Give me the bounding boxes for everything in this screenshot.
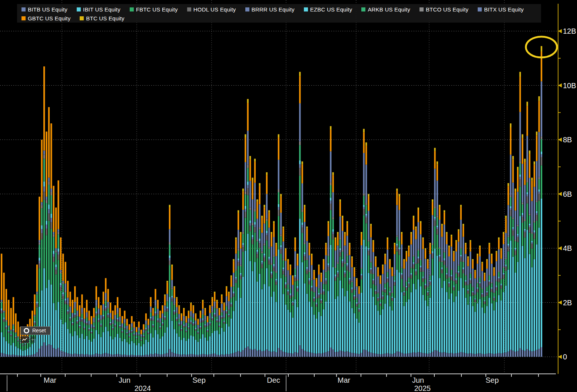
volume-bar[interactable] [375, 256, 377, 357]
volume-bar[interactable] [268, 210, 270, 357]
volume-bar[interactable] [79, 305, 80, 357]
line-chart-tool-icon[interactable] [20, 336, 29, 343]
volume-bar[interactable] [377, 267, 379, 357]
volume-bar[interactable] [368, 194, 369, 357]
volume-bar[interactable] [354, 267, 355, 357]
volume-bar[interactable] [384, 254, 386, 357]
reset-button[interactable]: Reset [20, 326, 51, 335]
volume-bar[interactable] [427, 259, 428, 357]
volume-bar[interactable] [529, 150, 530, 357]
volume-bar[interactable] [434, 148, 435, 357]
volume-bar[interactable] [96, 286, 97, 357]
volume-bar[interactable] [247, 99, 249, 357]
volume-bar[interactable] [372, 240, 374, 357]
volume-bar[interactable] [181, 313, 182, 357]
volume-bar[interactable] [46, 132, 47, 357]
volume-bar[interactable] [228, 292, 229, 357]
volume-bar[interactable] [100, 305, 102, 357]
volume-bar[interactable] [193, 305, 194, 357]
volume-bar[interactable] [93, 308, 94, 357]
volume-bar[interactable] [422, 237, 424, 357]
volume-bar[interactable] [107, 289, 109, 357]
volume-bar[interactable] [41, 140, 43, 357]
volume-bar[interactable] [413, 216, 414, 357]
volume-bar[interactable] [216, 300, 218, 357]
volume-bar[interactable] [88, 310, 90, 357]
volume-bar[interactable] [278, 134, 279, 357]
volume-bar[interactable] [110, 303, 111, 357]
volume-bar[interactable] [403, 259, 405, 357]
volume-bar[interactable] [498, 237, 500, 357]
volume-bar[interactable] [394, 243, 395, 357]
volume-bar[interactable] [510, 123, 511, 357]
volume-bar[interactable] [166, 281, 168, 357]
volume-bar[interactable] [67, 281, 69, 357]
volume-bar[interactable] [10, 308, 12, 357]
volume-bar[interactable] [500, 248, 502, 357]
volume-bar[interactable] [365, 142, 367, 357]
volume-bar[interactable] [131, 316, 132, 357]
volume-bar[interactable] [297, 254, 298, 357]
volume-bar[interactable] [226, 286, 227, 357]
volume-bar[interactable] [197, 319, 199, 357]
volume-bar[interactable] [105, 278, 106, 357]
volume-bar[interactable] [115, 305, 116, 357]
volume-bar[interactable] [488, 243, 490, 357]
volume-bar[interactable] [387, 237, 388, 357]
volume-bar[interactable] [382, 265, 384, 357]
volume-bar[interactable] [344, 232, 346, 357]
volume-bar[interactable] [185, 316, 187, 357]
volume-bar[interactable] [370, 224, 372, 357]
volume-bar[interactable] [420, 221, 421, 357]
volume-bar[interactable] [294, 237, 296, 357]
volume-bar[interactable] [74, 286, 76, 357]
legend-item-btc[interactable]: BTC US Equity [80, 15, 124, 21]
volume-bar[interactable] [155, 289, 156, 357]
volume-bar[interactable] [363, 129, 365, 357]
volume-bar[interactable] [410, 232, 412, 357]
volume-bar[interactable] [309, 243, 310, 357]
volume-bar[interactable] [311, 254, 312, 357]
add-tool-icon[interactable]: + [30, 336, 35, 343]
legend-item-bitx[interactable]: BITX US Equity [478, 6, 524, 13]
volume-bar[interactable] [152, 308, 154, 357]
volume-bar[interactable] [157, 300, 159, 357]
volume-bar[interactable] [505, 216, 507, 357]
volume-bar[interactable] [325, 243, 326, 357]
volume-bar[interactable] [143, 324, 144, 357]
volume-bar[interactable] [60, 237, 62, 357]
volume-bar[interactable] [472, 259, 474, 357]
volume-bar[interactable] [536, 132, 537, 357]
volume-bar[interactable] [72, 300, 73, 357]
volume-bar[interactable] [249, 156, 251, 357]
volume-bar[interactable] [408, 246, 409, 357]
volume-bar[interactable] [477, 254, 478, 357]
volume-bar[interactable] [306, 226, 308, 357]
volume-bar[interactable] [252, 178, 253, 357]
volume-bar[interactable] [541, 46, 542, 357]
volume-bar[interactable] [519, 72, 521, 357]
volume-bar[interactable] [3, 273, 4, 357]
volume-bar[interactable] [231, 275, 232, 357]
volume-bar[interactable] [448, 246, 450, 357]
volume-bar[interactable] [202, 300, 203, 357]
volume-bar[interactable] [69, 292, 71, 357]
volume-bar[interactable] [460, 205, 462, 357]
volume-bar[interactable] [190, 303, 192, 357]
volume-bar[interactable] [129, 324, 130, 357]
volume-bar[interactable] [164, 295, 166, 357]
volume-bar[interactable] [126, 319, 128, 357]
volume-bar[interactable] [399, 194, 400, 357]
volume-bar[interactable] [391, 267, 393, 357]
legend-item-btco[interactable]: BTCO US Equity [420, 6, 468, 13]
legend-item-fbtc[interactable]: FBTC US Equity [130, 6, 178, 13]
volume-bar[interactable] [287, 259, 289, 357]
volume-bar[interactable] [8, 300, 9, 357]
volume-bar[interactable] [451, 235, 452, 357]
volume-chart-plot-area[interactable]: 12B10B8B6B4B2B0MarJunSepDecMarJunSep2024… [0, 0, 577, 392]
volume-bar[interactable] [512, 156, 514, 357]
volume-bar[interactable] [486, 259, 488, 357]
volume-bar[interactable] [17, 322, 19, 357]
volume-bar[interactable] [342, 216, 343, 357]
volume-bar[interactable] [389, 259, 391, 357]
